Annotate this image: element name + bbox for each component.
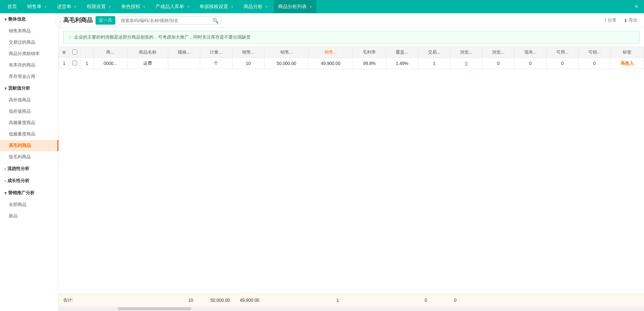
sidebar-group-trend[interactable]: › 流趋性分析 xyxy=(0,163,58,175)
sidebar-item-low-value[interactable]: 低价值商品 xyxy=(0,106,58,117)
nav-tab-analysis[interactable]: 商品分析 × xyxy=(239,0,272,13)
nav-tab-products[interactable]: 产成品入库单 × xyxy=(151,0,194,13)
close-purchase-tab[interactable]: × xyxy=(74,5,76,9)
search-input[interactable] xyxy=(121,18,211,23)
cell-margin-rate: 99.8% xyxy=(353,58,386,69)
nav-tab-sales[interactable]: 销售单 × xyxy=(23,0,51,13)
page-title: 高毛利商品 xyxy=(63,17,93,24)
col-coverage[interactable]: 覆盖... xyxy=(386,47,418,58)
nav-tab-analysis-list[interactable]: 商品分析列表 × xyxy=(274,0,316,13)
col-code[interactable]: 商... xyxy=(94,47,127,58)
footer-available1: 0 xyxy=(411,298,440,303)
cell-browse2: 0 xyxy=(482,58,514,69)
select-all-checkbox[interactable] xyxy=(72,50,77,54)
close-sales-tab[interactable]: × xyxy=(44,5,47,9)
data-table: ⚙ 商... 商品名称 规格... xyxy=(59,47,644,69)
col-tag: 标签 xyxy=(611,47,644,58)
cell-available2: 0 xyxy=(546,58,578,69)
col-name[interactable]: 商品名称 xyxy=(127,47,168,58)
cell-code: 0000... xyxy=(94,58,127,69)
nav-tab-roles[interactable]: 角色授权 × xyxy=(117,0,150,13)
content-header: 高毛利商品 近一月 🔍 ⤴ 分享 ⬇ 导出 xyxy=(59,13,644,28)
table-row[interactable]: 1 1 0000... 运费 个 10 50,000.00 49,900.00 … xyxy=(59,58,644,69)
col-available1[interactable]: 现有... xyxy=(514,47,546,58)
sidebar-item-inventory-ratio[interactable]: 库存资金占用 xyxy=(0,71,58,82)
col-sales-qty[interactable]: 销售... xyxy=(232,47,264,58)
col-margin-rate[interactable]: 毛利率 xyxy=(353,47,386,58)
footer-transaction: 1 xyxy=(323,298,352,303)
col-saleable[interactable]: 可销... xyxy=(578,47,610,58)
sidebar-group-value[interactable]: ▾ 贡献值分析 xyxy=(0,82,58,94)
nav-tab-purchase[interactable]: 进货单 × xyxy=(53,0,81,13)
horizontal-scrollbar[interactable] xyxy=(59,307,644,311)
collapse-sidebar-button[interactable]: 《 xyxy=(55,18,63,26)
sidebar-item-high-freq[interactable]: 高频量度商品 xyxy=(0,117,58,129)
sidebar-item-sales-ranking[interactable]: 销售类商品 xyxy=(0,25,58,37)
col-check xyxy=(69,47,80,58)
footer-available2: 0 xyxy=(440,298,470,303)
close-products-tab[interactable]: × xyxy=(187,5,189,9)
sidebar-group-marketing[interactable]: ▾ 营销推广分析 xyxy=(0,187,58,199)
row-checkbox[interactable] xyxy=(72,61,77,65)
cell-check[interactable] xyxy=(69,58,80,69)
arrow-growth: › xyxy=(4,178,6,184)
footer-sales-amount: 50,000.00 xyxy=(205,298,235,303)
cell-unit: 个 xyxy=(200,58,232,69)
cell-index: 1 xyxy=(80,58,94,69)
export-icon: ⬇ xyxy=(624,18,627,23)
sidebar-item-traded[interactable]: 交易过的商品 xyxy=(0,37,58,48)
close-permissions-tab[interactable]: × xyxy=(109,5,111,9)
sidebar-group-overall[interactable]: ▾ 整体信息 xyxy=(0,13,58,25)
cell-spec xyxy=(168,58,200,69)
search-icon[interactable]: 🔍 xyxy=(212,18,219,23)
share-icon: ⤴ xyxy=(604,18,607,23)
col-browse2[interactable]: 浏览... xyxy=(482,47,514,58)
sidebar-item-low-margin[interactable]: 低毛利商品 xyxy=(0,151,58,163)
share-button[interactable]: ⤴ 分享 xyxy=(602,17,619,24)
cell-browse1[interactable]: 0 xyxy=(450,58,482,69)
col-sales-amount[interactable]: 销售... xyxy=(264,47,308,58)
close-roles-tab[interactable]: × xyxy=(143,5,145,9)
close-analysis-list-tab[interactable]: × xyxy=(310,5,312,9)
close-template-tab[interactable]: × xyxy=(231,5,233,9)
filter-month-button[interactable]: 近一月 xyxy=(96,16,115,25)
sidebar-item-all-products[interactable]: 全部商品 xyxy=(0,199,58,210)
col-unit[interactable]: 计量... xyxy=(200,47,232,58)
cell-sales-amount: 50,000.00 xyxy=(264,58,308,69)
col-available2[interactable]: 可用... xyxy=(546,47,578,58)
close-analysis-tab[interactable]: × xyxy=(266,5,268,9)
cell-name: 运费 xyxy=(127,58,168,69)
window-close-button[interactable]: × xyxy=(632,3,641,10)
top-nav: 首页 销售单 × 进货单 × 权限设置 × 角色授权 × 产成品入库单 × 单据… xyxy=(0,0,644,13)
footer-label: 合计: xyxy=(63,297,73,303)
sidebar-item-contribution[interactable]: 商品分类助销率 xyxy=(0,48,58,59)
info-icon: ☆ xyxy=(68,35,72,40)
scrollbar-thumb[interactable] xyxy=(118,307,191,310)
sidebar-item-in-stock[interactable]: 有库存的商品 xyxy=(0,59,58,71)
sidebar-item-high-value[interactable]: 高价值商品 xyxy=(0,94,58,106)
sidebar-group-growth[interactable]: › 成长性分析 xyxy=(0,175,58,187)
sidebar-item-new-products[interactable]: 新品 xyxy=(0,210,58,222)
sidebar-item-low-freq[interactable]: 低频量度商品 xyxy=(0,129,58,140)
footer-sales-qty: 10 xyxy=(176,298,205,303)
arrow-value: ▾ xyxy=(4,86,7,91)
cell-row-num: 1 xyxy=(59,58,69,69)
info-banner: ☆ 企业的主要的利润都是这部分商品创造的，可考虑加大推广，同时关注库存是不要出现… xyxy=(63,31,640,44)
arrow-overall: ▾ xyxy=(4,17,7,22)
col-sales-profit[interactable]: 销售... xyxy=(309,47,353,58)
col-spec[interactable]: 规格... xyxy=(168,47,200,58)
sidebar-item-high-margin[interactable]: 高毛利商品 xyxy=(0,140,58,151)
cell-coverage: 1.49% xyxy=(386,58,418,69)
nav-tab-template[interactable]: 单据模板设置 × xyxy=(195,0,238,13)
col-transaction[interactable]: 交易... xyxy=(418,47,450,58)
col-browse1[interactable]: 浏览... xyxy=(450,47,482,58)
data-table-wrapper[interactable]: ⚙ 商... 商品名称 规格... xyxy=(59,47,644,293)
cell-transaction: 1 xyxy=(418,58,450,69)
header-actions: ⤴ 分享 ⬇ 导出 xyxy=(602,17,640,24)
col-settings[interactable]: ⚙ xyxy=(59,47,69,58)
footer-sales-profit: 49,900.00 xyxy=(235,298,264,303)
arrow-trend: › xyxy=(4,166,6,171)
nav-tab-home[interactable]: 首页 xyxy=(3,0,21,13)
nav-tab-permissions[interactable]: 权限设置 × xyxy=(82,0,115,13)
export-button[interactable]: ⬇ 导出 xyxy=(622,17,640,24)
